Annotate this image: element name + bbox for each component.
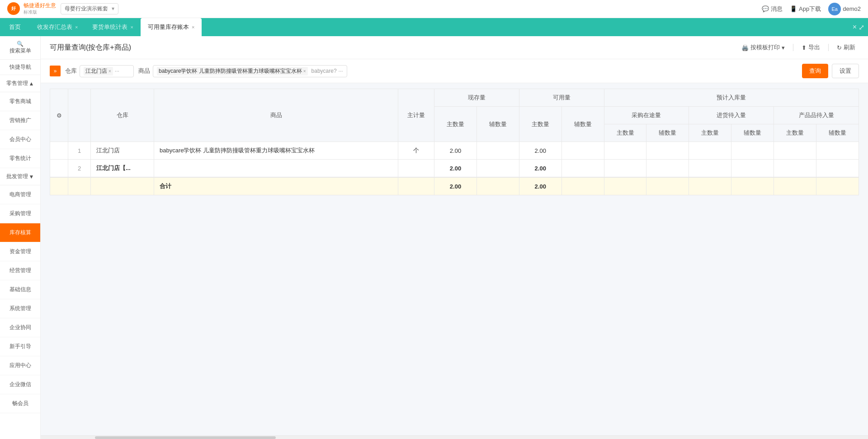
sidebar-search-btn[interactable]: 🔍 搜索菜单 (0, 36, 40, 60)
tab-receive[interactable]: 收发存汇总表 × (30, 18, 85, 36)
filter-toggle-icon: » (54, 68, 57, 74)
table-container: ⚙ 仓库 商品 主计量 现存量 可用量 预计入库量 主数量 辅数量 (41, 83, 868, 435)
product-pending-header: 产品品待入量 (774, 107, 859, 124)
account-selector[interactable]: 母婴行业演示账套 ▾ (61, 3, 118, 14)
sidebar-item-label: 基础信息 (9, 286, 31, 293)
pp-aux-header: 辅数量 (731, 124, 774, 142)
chevron-down-icon: ▾ (112, 5, 114, 12)
tab-order-label: 要货单统计表 (92, 23, 127, 31)
sidebar-item-label: 系统管理 (9, 305, 31, 312)
horizontal-scrollbar[interactable] (41, 435, 868, 439)
warehouse-tag-close[interactable]: × (108, 69, 111, 74)
sidebar-item-app-center[interactable]: 应用中心 (0, 356, 40, 375)
row-prod-main (774, 142, 816, 160)
table-scroll[interactable]: ⚙ 仓库 商品 主计量 现存量 可用量 预计入库量 主数量 辅数量 (50, 89, 859, 195)
query-btn[interactable]: 查询 (802, 64, 828, 78)
row-available-aux (561, 142, 604, 160)
filter-toggle-btn[interactable]: » (50, 66, 61, 76)
logo-sub: 标准版 (24, 9, 56, 15)
row-current-main: 2.00 (434, 160, 477, 178)
sidebar-item-retail-mgmt[interactable]: 零售管理 ▲ (0, 75, 40, 92)
row-pp-main (689, 142, 731, 160)
product-tags[interactable]: babycare学饮杯 儿童防摔防撞吸管杯重力球吸嘴杯宝宝水杯 × babyca… (153, 65, 347, 77)
refresh-btn[interactable]: ↻ 刷新 (833, 42, 859, 53)
sidebar-item-label: 企业微信 (9, 381, 31, 388)
export-label: 导出 (808, 43, 820, 52)
tab-inventory-close[interactable]: × (192, 24, 194, 30)
retail-mgmt-label: 零售管理 ▲ (6, 80, 34, 87)
sidebar-item-wholesale-mgmt[interactable]: 批发管理 ▼ (0, 168, 40, 185)
tab-order-close[interactable]: × (130, 24, 133, 30)
sidebar-item-purchase[interactable]: 采购管理 (0, 204, 40, 223)
sidebar-item-label: 营销推广 (9, 117, 31, 124)
settings-btn[interactable]: 设置 (832, 64, 859, 78)
available-aux-header: 辅数量 (561, 107, 604, 142)
total-pt-aux (646, 177, 689, 195)
sidebar-item-label: 会员中心 (9, 136, 31, 143)
sidebar-item-inventory-check[interactable]: 库存核算 (0, 223, 40, 242)
sidebar-item-label: 零售商城 (9, 98, 31, 105)
sidebar-item-retail-stats[interactable]: 零售统计 (0, 149, 40, 168)
logo-area: 好 畅捷通好生意 标准版 (7, 2, 56, 15)
print-btn[interactable]: 🖨️ 按模板打印 ▾ (738, 42, 788, 53)
user-area[interactable]: Ea demo2 (828, 3, 861, 15)
available-main-header: 主数量 (519, 107, 561, 142)
sidebar-item-retail-mall[interactable]: 零售商城 (0, 92, 40, 111)
filter-actions: 查询 设置 (802, 64, 859, 78)
product-tag-close[interactable]: × (303, 69, 306, 74)
row-available-main: 2.00 (519, 142, 561, 160)
current-main-header: 主数量 (434, 107, 477, 142)
tab-home[interactable]: 首页 (0, 18, 30, 36)
warehouse-tag-1: 江北门店 × (84, 67, 113, 76)
sidebar-item-enterprise[interactable]: 企业协同 (0, 318, 40, 337)
tab-inventory[interactable]: 可用量库存账本 × (141, 18, 202, 36)
sidebar-item-marketing[interactable]: 营销推广 (0, 111, 40, 130)
close-all-icon[interactable]: × (853, 23, 857, 31)
app-icon: 📱 (790, 5, 797, 12)
message-btn[interactable]: 💬 消息 (762, 5, 783, 13)
product-filter: 商品 babycare学饮杯 儿童防摔防撞吸管杯重力球吸嘴杯宝宝水杯 × bab… (138, 65, 347, 77)
warehouse-more[interactable]: ··· (115, 68, 119, 74)
total-empty2 (68, 177, 91, 195)
settings-col-header[interactable]: ⚙ (50, 89, 68, 142)
sidebar-item-operations[interactable]: 经营管理 (0, 261, 40, 280)
chevron-icon: ▼ (29, 174, 34, 180)
sidebar-item-enterprise-wechat[interactable]: 企业微信 (0, 375, 40, 394)
sidebar-item-ecommerce[interactable]: 电商管理 (0, 185, 40, 204)
total-prod-main (774, 177, 816, 195)
warehouse-tag-text: 江北门店 (85, 67, 107, 75)
row-num-header (68, 89, 91, 142)
sidebar-item-system[interactable]: 系统管理 (0, 299, 40, 318)
total-pp-main (689, 177, 731, 195)
product-more[interactable]: ··· (339, 68, 343, 74)
sidebar-item-member2[interactable]: 畅会员 (0, 394, 40, 413)
scrollbar-thumb[interactable] (95, 436, 276, 439)
pt-aux-header: 辅数量 (646, 124, 689, 142)
row-number: 1 (68, 142, 91, 160)
sidebar-item-new-guide[interactable]: 新手引导 (0, 337, 40, 356)
row-unit (398, 160, 434, 178)
export-btn[interactable]: ⬆ 导出 (798, 42, 824, 53)
sidebar-item-label: 经营管理 (9, 267, 31, 274)
row-prod-main (774, 160, 816, 178)
warehouse-tags[interactable]: 江北门店 × ··· (80, 65, 134, 77)
app-download-btn[interactable]: 📱 App下载 (790, 5, 821, 13)
tab-order[interactable]: 要货单统计表 × (85, 18, 140, 36)
nav-tabs: 首页 收发存汇总表 × 要货单统计表 × 可用量库存账本 × × ⤢ (0, 18, 868, 36)
row-pp-aux (731, 142, 774, 160)
top-bar: 好 畅捷通好生意 标准版 母婴行业演示账套 ▾ 💬 消息 📱 App下载 Ea … (0, 0, 868, 18)
tab-inventory-label: 可用量库存账本 (148, 23, 189, 31)
sidebar-nav-btn[interactable]: 快捷导航 (0, 60, 40, 75)
row-settings (50, 160, 68, 178)
total-current-main: 2.00 (434, 177, 477, 195)
sidebar-item-basic-info[interactable]: 基础信息 (0, 280, 40, 299)
total-pt-main (604, 177, 646, 195)
fullscreen-icon[interactable]: ⤢ (859, 23, 864, 32)
row-pp-aux (731, 160, 774, 178)
sidebar-item-member[interactable]: 会员中心 (0, 130, 40, 149)
divider (793, 44, 793, 51)
sidebar-item-finance[interactable]: 资金管理 (0, 242, 40, 261)
tab-receive-close[interactable]: × (75, 24, 78, 30)
row-available-aux (561, 160, 604, 178)
row-prod-aux (816, 142, 859, 160)
